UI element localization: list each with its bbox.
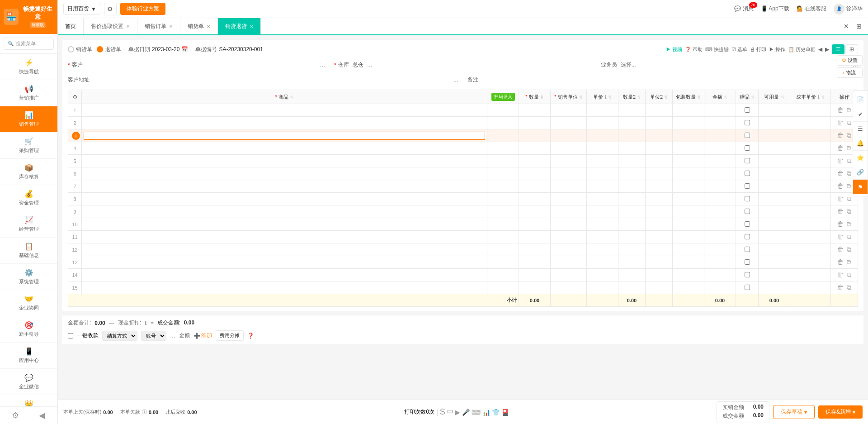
gift-check-4[interactable] (745, 145, 750, 151)
amount-cell-9[interactable] (704, 205, 736, 218)
tab-delivery[interactable]: 销货单 ✕ (180, 18, 218, 35)
settlement-select[interactable]: 结算方式 (102, 331, 137, 341)
gift-check-9[interactable] (745, 209, 750, 214)
qty-cell-5[interactable] (519, 155, 551, 167)
product-cell-5[interactable]: + (82, 155, 487, 167)
qty-cell-3[interactable] (519, 129, 551, 142)
right-btn-flag[interactable]: ⚑ (853, 180, 868, 194)
cost-cell-8[interactable] (790, 193, 831, 205)
delete-icon-5[interactable]: 🗑 (836, 156, 844, 165)
app-download-link[interactable]: 📱 App下载 (761, 5, 789, 13)
available-cell-8[interactable] (759, 193, 790, 205)
qty2-cell-8[interactable] (618, 193, 646, 205)
add-payment-btn[interactable]: ➕ 添加 (193, 332, 212, 339)
right-btn-link[interactable]: 🔗 (853, 165, 868, 180)
th-unit-sort[interactable]: ⇅ (579, 95, 583, 100)
available-cell-12[interactable] (759, 243, 790, 256)
unit2-cell-9[interactable] (646, 205, 673, 218)
available-cell-3[interactable] (759, 129, 790, 142)
gift-check-13[interactable] (745, 259, 750, 265)
unit2-cell-2[interactable] (646, 117, 673, 129)
product-cell-3[interactable]: + (82, 129, 487, 142)
copy-icon-13[interactable]: ⧉ (846, 257, 852, 267)
select-btn[interactable]: ☑ 选单 (731, 46, 747, 53)
sidebar-item-newbie[interactable]: 🎯 新手引导 (0, 316, 57, 343)
gift-check-1[interactable] (745, 107, 750, 113)
available-cell-9[interactable] (759, 205, 790, 218)
unit2-cell-15[interactable] (646, 281, 673, 294)
save-draft-btn[interactable]: 保存草稿 ▾ (773, 405, 815, 419)
gift-cell-6[interactable] (736, 167, 759, 180)
video-btn[interactable]: ▶ 视频 (666, 46, 682, 53)
sidebar-item-operations[interactable]: 📈 经营管理 (0, 211, 57, 238)
qty2-cell-7[interactable] (618, 180, 646, 193)
copy-icon-10[interactable]: ⧉ (846, 219, 852, 229)
unit-cell-9[interactable] (551, 205, 587, 218)
online-service-link[interactable]: 💁 在线客服 (797, 5, 826, 13)
scan-button[interactable]: 扫码录入 (491, 93, 515, 101)
onepay-checkbox[interactable] (68, 333, 73, 338)
tab-home[interactable]: 首页 (58, 18, 84, 35)
unit2-cell-7[interactable] (646, 180, 673, 193)
pkg-cell-12[interactable] (673, 243, 704, 256)
sidebar-item-inventory[interactable]: 📦 库存核算 (0, 159, 57, 185)
pkg-cell-15[interactable] (673, 281, 704, 294)
tab-price-set-close[interactable]: ✕ (126, 24, 130, 29)
price-cell-9[interactable] (587, 205, 618, 218)
sidebar-item-appstore[interactable]: 📱 应用中心 (0, 343, 57, 369)
gift-cell-15[interactable] (736, 281, 759, 294)
shortcut-btn[interactable]: ⌨ 快捷键 (705, 46, 729, 53)
qty2-cell-2[interactable] (618, 117, 646, 129)
qty2-cell-4[interactable] (618, 142, 646, 155)
unit2-cell-10[interactable] (646, 218, 673, 231)
copy-icon-12[interactable]: ⧉ (846, 245, 852, 254)
note-input[interactable] (480, 76, 858, 84)
gift-check-14[interactable] (745, 272, 750, 277)
gift-cell-13[interactable] (736, 256, 759, 269)
gift-check-15[interactable] (745, 285, 750, 290)
amount-cell-13[interactable] (704, 256, 736, 269)
cost-cell-14[interactable] (790, 269, 831, 281)
available-cell-15[interactable] (759, 281, 790, 294)
cost-cell-15[interactable] (790, 281, 831, 294)
price-cell-13[interactable] (587, 256, 618, 269)
cost-cell-13[interactable] (790, 256, 831, 269)
delete-icon-13[interactable]: 🗑 (836, 257, 844, 267)
qty2-cell-14[interactable] (618, 269, 646, 281)
available-cell-6[interactable] (759, 167, 790, 180)
add-row-active-btn[interactable]: + (72, 132, 80, 140)
product-cell-8[interactable]: + (82, 193, 487, 205)
pkg-cell-2[interactable] (673, 117, 704, 129)
delete-icon-15[interactable]: 🗑 (836, 283, 844, 292)
delete-icon-10[interactable]: 🗑 (836, 219, 844, 229)
qty-cell-7[interactable] (519, 180, 551, 193)
amount-cell-14[interactable] (704, 269, 736, 281)
settings-bottom-btn[interactable]: ⚙ (4, 410, 27, 420)
delete-icon-3[interactable]: 🗑 (836, 131, 844, 140)
bottom-icon-2[interactable]: 中 (447, 408, 453, 416)
right-btn-doc[interactable]: 📄 (853, 93, 868, 107)
unit2-cell-1[interactable] (646, 104, 673, 117)
staff-input[interactable] (619, 61, 849, 69)
th-qty-sort[interactable]: ⇅ (540, 95, 544, 100)
logistics-action-btn[interactable]: + 物流 (837, 67, 863, 78)
grid-view-btn[interactable]: ⊞ (845, 44, 858, 54)
customer-dots-icon[interactable]: … (320, 62, 325, 68)
price-cell-8[interactable] (587, 193, 618, 205)
delete-icon-14[interactable]: 🗑 (836, 270, 844, 279)
radio-return[interactable]: 退货单 (97, 46, 121, 53)
gift-check-10[interactable] (745, 221, 750, 227)
delete-icon-2[interactable]: 🗑 (836, 118, 844, 127)
qty2-cell-9[interactable] (618, 205, 646, 218)
bottom-icon-8[interactable]: 🎴 (501, 409, 509, 416)
gift-check-5[interactable] (745, 158, 750, 163)
amount-cell-10[interactable] (704, 218, 736, 231)
unit2-cell-14[interactable] (646, 269, 673, 281)
tab-returns-close[interactable]: ✕ (250, 24, 253, 29)
cost-cell-11[interactable] (790, 231, 831, 243)
cost-cell-7[interactable] (790, 180, 831, 193)
right-btn-check[interactable]: ✔ (853, 107, 868, 122)
copy-icon-15[interactable]: ⧉ (846, 283, 852, 292)
copy-icon-4[interactable]: ⧉ (846, 143, 852, 152)
qty2-cell-11[interactable] (618, 231, 646, 243)
